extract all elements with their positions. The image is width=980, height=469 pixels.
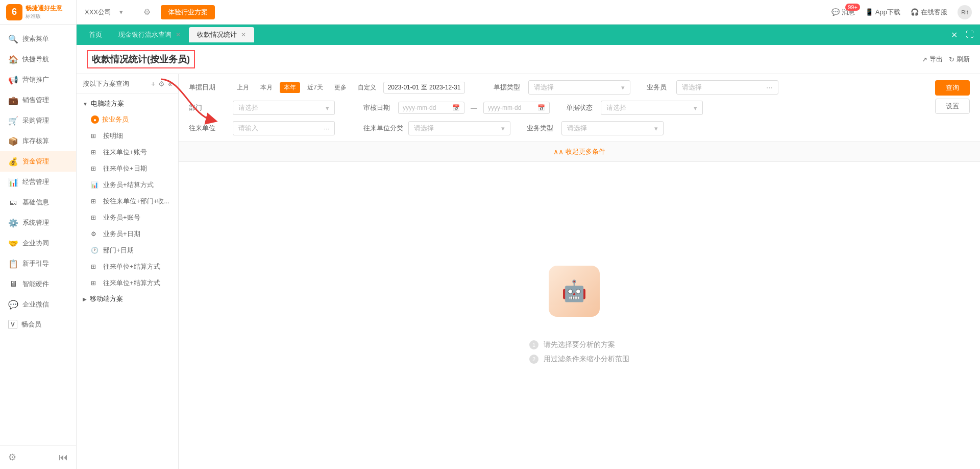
add-scheme-icon[interactable]: +	[151, 80, 155, 88]
empty-tip-2: 2 用过滤条件来缩小分析范围	[529, 351, 629, 366]
operation-icon: 📊	[8, 177, 18, 187]
refresh-icon: ↻	[949, 56, 954, 63]
tab-home[interactable]: 首页	[81, 27, 110, 42]
sidebar-item-quicknav[interactable]: 🏠 快捷导航	[0, 49, 76, 69]
sales-icon: 💼	[8, 95, 18, 105]
date-tab-custom[interactable]: 自定义	[354, 82, 380, 93]
scheme-settings-icon[interactable]: ⚙	[158, 80, 165, 88]
tab-maximize-button[interactable]: ⛶	[964, 28, 976, 41]
sidebar-item-finance[interactable]: 💰 资金管理	[0, 151, 76, 172]
unit-input[interactable]: 请输入 ···	[233, 121, 335, 135]
topbar-dropdown-icon[interactable]: ▾	[119, 8, 123, 16]
wechat-icon: 💬	[8, 299, 18, 310]
collapse-more-bar[interactable]: ∧∧ 收起更多条件	[179, 142, 980, 162]
page-content: 收款情况统计(按业务员) ↗ 导出 ↻ 刷新 按以下方	[77, 45, 980, 469]
service-icon: 🎧	[911, 8, 919, 16]
tab-receipt[interactable]: 收款情况统计 ✕	[189, 27, 254, 42]
tree-item-unit-date[interactable]: ⊞ 往来单位+日期	[77, 160, 178, 177]
topbar-gear-icon[interactable]: ⚙	[143, 7, 151, 17]
salesman-select[interactable]: 请选择 ⋯	[676, 80, 778, 95]
sidebar-item-basic[interactable]: 🗂 基础信息	[0, 192, 76, 213]
topbar-app-download[interactable]: 📱 App下载	[865, 8, 900, 17]
collapse-sidebar-icon[interactable]: ⏮	[59, 452, 68, 463]
tree-item-unit-settle1[interactable]: ⊞ 往来单位+结算方式	[77, 259, 178, 275]
date-tab-7days[interactable]: 近7天	[303, 82, 327, 93]
sidebar-item-operation[interactable]: 📊 经营管理	[0, 172, 76, 192]
sidebar-item-newbie[interactable]: 📋 新手引导	[0, 253, 76, 274]
date-tab-more[interactable]: 更多	[330, 82, 351, 93]
filter-settings-button[interactable]: 设置	[935, 99, 970, 114]
tree-item-unit-settle2[interactable]: ⊞ 往来单位+结算方式	[77, 275, 178, 291]
date-dash: —	[471, 104, 477, 112]
sidebar-item-sales[interactable]: 💼 销售管理	[0, 90, 76, 110]
sidebar-item-system[interactable]: ⚙️ 系统管理	[0, 213, 76, 233]
sidebar-item-corp[interactable]: 🤝 企业协同	[0, 233, 76, 253]
topbar-message[interactable]: 💬 消息 99+	[831, 8, 855, 17]
doc-type-select[interactable]: 请选择 ▾	[528, 80, 630, 95]
unit-category-select[interactable]: 请选择 ▾	[408, 121, 510, 135]
biz-type-label: 业务类型	[527, 124, 557, 133]
doc-type-label: 单据类型	[494, 83, 524, 92]
unit-ellipsis-icon[interactable]: ···	[324, 125, 329, 132]
settings-footer-icon[interactable]: ⚙	[8, 452, 16, 463]
empty-tip-1: 1 请先选择要分析的方案	[529, 337, 629, 351]
sidebar-item-wechat[interactable]: 💬 企业微信	[0, 294, 76, 315]
page-header: 收款情况统计(按业务员) ↗ 导出 ↻ 刷新	[77, 45, 980, 74]
basic-icon: 🗂	[8, 197, 18, 207]
date-tab-this-year[interactable]: 本年	[280, 82, 300, 93]
sidebar-item-member[interactable]: V 畅会员	[0, 315, 76, 334]
unit-category-filter: 往来单位分类 请选择 ▾	[363, 121, 510, 135]
audit-date-from[interactable]: yyyy-mm-dd 📅	[398, 102, 464, 114]
tab-bank-close[interactable]: ✕	[176, 31, 181, 38]
user-avatar[interactable]: Rit	[958, 5, 972, 19]
tree-item-by-detail[interactable]: ⊞ 按明细	[77, 128, 178, 144]
date-tab-this-month[interactable]: 本月	[256, 82, 277, 93]
empty-tips: 1 请先选择要分析的方案 2 用过滤条件来缩小分析范围	[529, 337, 629, 366]
tabbar-right: ✕ ⛶	[949, 28, 976, 42]
salesman-settle-icon: 📊	[91, 181, 100, 189]
date-range-display: 2023-01-01 至 2023-12-31	[383, 82, 465, 93]
topbar-right: 💬 消息 99+ 📱 App下载 🎧 在线客服 Rit	[831, 5, 972, 19]
tree-group-pc[interactable]: ▼ 电脑端方案	[77, 96, 178, 111]
tree-item-dept-date[interactable]: 🕐 部门+日期	[77, 242, 178, 259]
marketing-icon: 📢	[8, 75, 18, 85]
tree-item-salesman-date[interactable]: ⚙ 业务员+日期	[77, 226, 178, 242]
refresh-button[interactable]: ↻ 刷新	[949, 55, 970, 64]
dept-date-icon: 🕐	[91, 247, 100, 254]
tree-item-salesman-settle[interactable]: 📊 业务员+结算方式	[77, 177, 178, 193]
collapse-icon: ∧∧	[553, 148, 564, 156]
tree-item-unit-dept-recv[interactable]: ⊞ 按往来单位+部门+收...	[77, 193, 178, 209]
doc-status-select[interactable]: 请选择 ▾	[601, 101, 703, 115]
tab-receipt-close[interactable]: ✕	[241, 31, 246, 38]
unit-label: 往来单位	[189, 124, 225, 133]
topbar-company: XXX公司	[85, 8, 111, 17]
doc-type-dropdown-icon: ▾	[621, 84, 625, 91]
trial-button[interactable]: 体验行业方案	[161, 5, 215, 19]
member-icon: V	[8, 320, 17, 329]
date-tab-last-month[interactable]: 上月	[233, 82, 253, 93]
sidebar-item-inventory[interactable]: 📦 库存核算	[0, 131, 76, 151]
tip-num-2: 2	[529, 355, 538, 364]
left-panel-title: 按以下方案查询	[83, 79, 129, 88]
logo-text: 畅捷通好生意 标准版	[26, 4, 62, 20]
tab-bank[interactable]: 现金银行流水查询 ✕	[110, 27, 189, 42]
sidebar-item-purchase[interactable]: 🛒 采购管理	[0, 110, 76, 131]
query-button[interactable]: 查询	[935, 80, 970, 96]
sidebar-item-marketing[interactable]: 📢 营销推广	[0, 69, 76, 90]
sidebar-item-search[interactable]: 🔍 搜索菜单	[0, 29, 76, 49]
topbar-online-service[interactable]: 🎧 在线客服	[911, 8, 947, 17]
export-button[interactable]: ↗ 导出	[922, 55, 943, 64]
collapse-panel-icon[interactable]: «	[168, 80, 172, 88]
tab-close-window-button[interactable]: ✕	[949, 28, 960, 42]
filter-left: 单据日期 上月 本月 本年 近7天 更多 自定义	[189, 80, 927, 135]
doc-status-filter: 单据状态 请选择 ▾	[566, 101, 703, 115]
audit-date-to[interactable]: yyyy-mm-dd 📅	[483, 102, 550, 114]
sidebar-item-hardware[interactable]: 🖥 智能硬件	[0, 274, 76, 294]
dept-select[interactable]: 请选择 ▾	[233, 101, 335, 115]
tree-item-by-salesman[interactable]: ● 按业务员	[77, 111, 178, 128]
biz-type-select[interactable]: 请选择 ▾	[561, 121, 664, 135]
salesman-label: 业务员	[647, 83, 672, 92]
tree-group-mobile[interactable]: ▶ 移动端方案	[77, 291, 178, 307]
tree-item-unit-account[interactable]: ⊞ 往来单位+账号	[77, 144, 178, 160]
tree-item-salesman-account[interactable]: ⊞ 业务员+账号	[77, 209, 178, 226]
